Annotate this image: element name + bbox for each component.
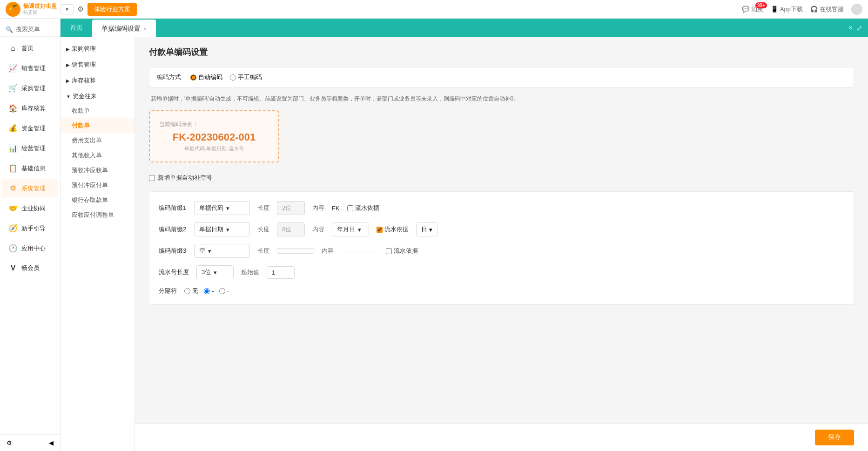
save-button[interactable]: 保存 xyxy=(815,430,854,445)
auto-fill-row: 新增单据自动补空号 xyxy=(149,174,854,182)
prefix1-length-label: 长度 xyxy=(257,204,269,212)
sidebar-child-prepay-payable[interactable]: 预付冲应付单 xyxy=(61,178,135,193)
nav-bottom: ⚙ ◀ xyxy=(0,434,60,451)
prefix3-serial-check[interactable]: 流水依据 xyxy=(386,247,418,255)
sidebar-child-expense[interactable]: 费用支出单 xyxy=(61,133,135,148)
app-download-button[interactable]: 📱 App下载 xyxy=(771,5,803,13)
sep-dash-radio[interactable]: - xyxy=(204,288,214,295)
sidebar-item-cooperation[interactable]: 🤝 企业协同 xyxy=(2,199,58,217)
sidebar-child-other-income[interactable]: 其他收入单 xyxy=(61,148,135,163)
sidebar-group-inventory-title[interactable]: ▶ 库存核算 xyxy=(61,74,135,88)
serial-length-select[interactable]: 3位 ▾ xyxy=(196,265,234,279)
prefix1-select[interactable]: 单据代码 ▾ xyxy=(194,201,250,215)
chevron-down-icon: ▾ xyxy=(226,226,229,233)
chevron-down-icon: ▾ xyxy=(429,226,432,233)
serial-length-label: 流水号长度 xyxy=(159,268,189,276)
logo-text: 畅通道好生意 拓店版 xyxy=(23,3,57,15)
inventory-icon: 🏠 xyxy=(8,104,18,113)
sidebar-item-finance[interactable]: 💰 资金管理 xyxy=(2,119,58,137)
serial-row: 流水号长度 3位 ▾ 起始值 1 xyxy=(159,265,844,279)
content-area: ▶ 采购管理 ▶ 销售管理 ▶ 库存核算 xyxy=(61,37,868,451)
auto-encode-radio[interactable]: 自动编码 xyxy=(190,73,222,81)
search-icon: 🔍 xyxy=(6,26,13,33)
sidebar-child-receipt[interactable]: 收款单 xyxy=(61,103,135,118)
sidebar-child-prepay-receivable[interactable]: 预收冲应收单 xyxy=(61,163,135,178)
prefix3-length-input[interactable] xyxy=(277,248,314,254)
code-preview-value: FK-20230602-001 xyxy=(159,131,269,143)
sidebar-item-home[interactable]: ⌂ 首页 xyxy=(2,40,58,57)
top-bar-left: 🍊 畅通道好生意 拓店版 ▾ ⚙ 体验行业方案 xyxy=(6,2,137,17)
manual-encode-radio[interactable]: 手工编码 xyxy=(230,73,262,81)
encoding-method-section: 编码方式 自动编码 手工编码 xyxy=(149,67,854,88)
minimize-icon[interactable]: × xyxy=(848,24,853,32)
main-wrapper: 🔍 搜索菜单 ⌂ 首页 📈 销售管理 🛒 采购管理 🏠 库存核算 💰 资金管理 … xyxy=(0,19,868,451)
prefix2-select[interactable]: 单据日期 ▾ xyxy=(194,222,250,236)
chevron-right-icon: ▶ xyxy=(66,62,70,67)
sep-none-radio[interactable]: 无 xyxy=(184,287,198,295)
sidebar-item-system[interactable]: ⚙ 系统管理 xyxy=(2,179,58,197)
page-title: 付款单编码设置 xyxy=(149,47,854,58)
prefix2-serial-check[interactable]: 流水依据 xyxy=(377,225,409,234)
sidebar-item-inventory[interactable]: 🏠 库存核算 xyxy=(2,99,58,117)
prefix3-select[interactable]: 空 ▾ xyxy=(194,244,250,258)
top-bar-right: 💬 消息 99+ 📱 App下载 🎧 在线客服 xyxy=(742,4,862,15)
sidebar-group-finance: ▼ 资金往来 收款单 付款单 费用支出单 其他收入单 预收冲应收单 预付冲应付单… xyxy=(61,89,135,222)
trial-button[interactable]: 体验行业方案 xyxy=(87,3,137,16)
maximize-icon[interactable]: ⤢ xyxy=(856,24,862,33)
basic-icon: 📋 xyxy=(8,164,18,173)
message-badge: 99+ xyxy=(755,2,767,8)
sidebar-group-finance-title[interactable]: ▼ 资金往来 xyxy=(61,89,135,103)
finance-icon: 💰 xyxy=(8,124,18,133)
prefix3-content-input[interactable] xyxy=(341,251,378,251)
chevron-down-icon: ▾ xyxy=(214,269,217,276)
sidebar-child-bank[interactable]: 银行存取款单 xyxy=(61,193,135,208)
cooperation-icon: 🤝 xyxy=(8,204,18,213)
purchase-icon: 🛒 xyxy=(8,84,18,93)
sidebar-item-member[interactable]: V 畅会员 xyxy=(2,259,58,277)
sidebar-child-payment[interactable]: 付款单 xyxy=(61,118,135,133)
chevron-right-icon: ▶ xyxy=(66,47,70,52)
dropdown-button[interactable]: ▾ xyxy=(61,4,74,14)
online-service-button[interactable]: 🎧 在线客服 xyxy=(810,5,844,13)
info-text: 新增单据时，'单据编码'自动生成，不可编辑。前缀设置为部门、业务员等档案类，开单… xyxy=(149,95,854,103)
sidebar-group-sales-title[interactable]: ▶ 销售管理 xyxy=(61,58,135,72)
collapse-icon[interactable]: ◀ xyxy=(49,439,54,446)
tab-home[interactable]: 首页 xyxy=(61,19,92,37)
tab-encoding[interactable]: 单据编码设置 × xyxy=(92,20,156,38)
prefix1-content-value: FK xyxy=(332,205,340,212)
logo-icon: 🍊 xyxy=(6,2,20,17)
prefix2-content-select[interactable]: 年月日 ▾ xyxy=(332,222,369,236)
tab-close-icon[interactable]: × xyxy=(143,26,147,32)
appstore-icon: 🕐 xyxy=(8,244,18,253)
user-avatar[interactable] xyxy=(851,4,862,15)
sidebar-group-purchase-title[interactable]: ▶ 采购管理 xyxy=(61,42,135,56)
prefix2-day-select[interactable]: 日 ▾ xyxy=(416,222,437,236)
message-button[interactable]: 💬 消息 99+ xyxy=(742,5,763,13)
footer: 保存 xyxy=(135,424,868,451)
prefix3-content-label: 内容 xyxy=(322,247,334,255)
code-preview-label: 当前编码示例： xyxy=(159,121,269,128)
chevron-right-icon: ▶ xyxy=(66,78,70,83)
start-value-input[interactable]: 1 xyxy=(267,266,295,279)
prefix1-serial-check[interactable]: 流水依据 xyxy=(347,204,379,212)
sidebar-item-sales[interactable]: 📈 销售管理 xyxy=(2,59,58,77)
chevron-down-icon: ▼ xyxy=(66,94,71,99)
chevron-down-icon: ▾ xyxy=(358,226,361,233)
settings-bottom-icon[interactable]: ⚙ xyxy=(7,439,12,446)
sidebar-item-guide[interactable]: 🧭 新手引导 xyxy=(2,219,58,237)
settings-icon[interactable]: ⚙ xyxy=(77,5,84,13)
sidebar-item-operation[interactable]: 📊 经营管理 xyxy=(2,139,58,157)
sidebar-item-appstore[interactable]: 🕐 应用中心 xyxy=(2,239,58,257)
search-menu[interactable]: 🔍 搜索菜单 xyxy=(0,22,60,37)
sep-dot-radio[interactable]: · xyxy=(219,288,229,295)
auto-fill-checkbox[interactable] xyxy=(149,175,155,181)
separator-options: 无 - · xyxy=(184,287,229,295)
sales-icon: 📈 xyxy=(8,64,18,73)
sidebar-child-adjustment[interactable]: 应收应付调整单 xyxy=(61,208,135,222)
prefix1-label: 编码前缀1 xyxy=(159,204,187,212)
prefix2-length-label: 长度 xyxy=(257,225,269,234)
prefix2-label: 编码前缀2 xyxy=(159,225,187,234)
prefix1-content-label: 内容 xyxy=(312,204,324,212)
sidebar-item-purchase[interactable]: 🛒 采购管理 xyxy=(2,79,58,97)
sidebar-item-basic[interactable]: 📋 基础信息 xyxy=(2,159,58,177)
